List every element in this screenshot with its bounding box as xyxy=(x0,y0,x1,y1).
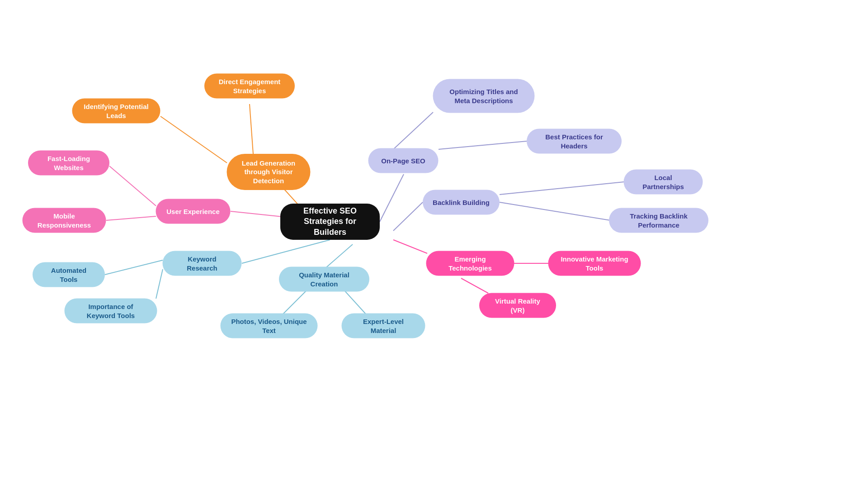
automated-tools-label: Automated Tools xyxy=(42,266,95,284)
direct-engagement-node: Direct Engagement Strategies xyxy=(204,74,295,99)
svg-line-5 xyxy=(106,216,156,220)
optimizing-titles-node: Optimizing Titles and Meta Descriptions xyxy=(433,79,535,113)
lead-generation-node: Lead Generation through Visitor Detectio… xyxy=(227,154,311,190)
svg-line-4 xyxy=(109,166,156,206)
svg-line-16 xyxy=(280,290,307,317)
svg-line-18 xyxy=(393,240,427,253)
tracking-backlink-node: Tracking Backlink Performance xyxy=(609,208,708,233)
on-page-seo-label: On-Page SEO xyxy=(381,156,425,165)
identifying-leads-node: Identifying Potential Leads xyxy=(72,99,160,124)
photos-videos-node: Photos, Videos, Unique Text xyxy=(221,314,318,338)
svg-line-14 xyxy=(156,269,163,299)
svg-line-2 xyxy=(160,116,227,163)
mobile-responsiveness-label: Mobile Responsiveness xyxy=(33,212,96,229)
keyword-research-node: Keyword Research xyxy=(163,251,242,276)
svg-line-13 xyxy=(105,260,163,275)
on-page-seo-node: On-Page SEO xyxy=(368,148,439,173)
svg-line-20 xyxy=(461,278,488,293)
expert-level-label: Expert-Level Material xyxy=(352,317,415,335)
keyword-research-label: Keyword Research xyxy=(173,255,232,272)
virtual-reality-label: Virtual Reality (VR) xyxy=(489,297,546,314)
innovative-marketing-label: Innovative Marketing Tools xyxy=(558,255,631,272)
svg-line-15 xyxy=(324,244,353,269)
virtual-reality-node: Virtual Reality (VR) xyxy=(479,293,556,318)
svg-line-7 xyxy=(393,112,433,149)
user-experience-node: User Experience xyxy=(156,199,231,224)
expert-level-node: Expert-Level Material xyxy=(342,314,425,338)
backlink-building-label: Backlink Building xyxy=(433,198,490,207)
svg-line-10 xyxy=(500,182,624,195)
best-practices-node: Best Practices for Headers xyxy=(527,129,622,154)
local-partnerships-label: Local Partnerships xyxy=(634,173,693,191)
quality-material-label: Quality Material Creation xyxy=(289,271,359,288)
importance-keyword-label: Importance of Keyword Tools xyxy=(75,302,147,320)
photos-videos-label: Photos, Videos, Unique Text xyxy=(231,317,308,335)
importance-keyword-node: Importance of Keyword Tools xyxy=(65,299,157,323)
mobile-responsiveness-node: Mobile Responsiveness xyxy=(23,208,106,233)
tracking-backlink-label: Tracking Backlink Performance xyxy=(619,212,698,229)
center-label: Effective SEO Strategies for Builders xyxy=(290,206,370,238)
lead-generation-label: Lead Generation through Visitor Detectio… xyxy=(237,159,301,186)
emerging-tech-label: Emerging Technologies xyxy=(436,255,505,272)
svg-line-9 xyxy=(393,202,423,231)
svg-line-11 xyxy=(500,202,610,220)
local-partnerships-node: Local Partnerships xyxy=(624,170,703,195)
fast-loading-label: Fast-Loading Websites xyxy=(38,154,99,172)
direct-engagement-label: Direct Engagement Strategies xyxy=(214,77,285,95)
svg-line-1 xyxy=(250,104,253,154)
svg-line-6 xyxy=(380,174,404,222)
fast-loading-node: Fast-Loading Websites xyxy=(28,151,109,176)
identifying-leads-label: Identifying Potential Leads xyxy=(82,102,151,120)
innovative-marketing-node: Innovative Marketing Tools xyxy=(548,251,641,276)
quality-material-node: Quality Material Creation xyxy=(279,267,369,292)
center-node: Effective SEO Strategies for Builders xyxy=(280,204,380,240)
emerging-tech-node: Emerging Technologies xyxy=(426,251,514,276)
best-practices-label: Best Practices for Headers xyxy=(537,133,612,150)
automated-tools-node: Automated Tools xyxy=(33,262,105,287)
svg-line-8 xyxy=(439,141,527,149)
user-experience-label: User Experience xyxy=(166,207,220,216)
backlink-building-node: Backlink Building xyxy=(423,190,500,215)
svg-line-17 xyxy=(344,290,366,314)
optimizing-titles-label: Optimizing Titles and Meta Descriptions xyxy=(443,87,525,105)
svg-line-12 xyxy=(242,240,330,263)
